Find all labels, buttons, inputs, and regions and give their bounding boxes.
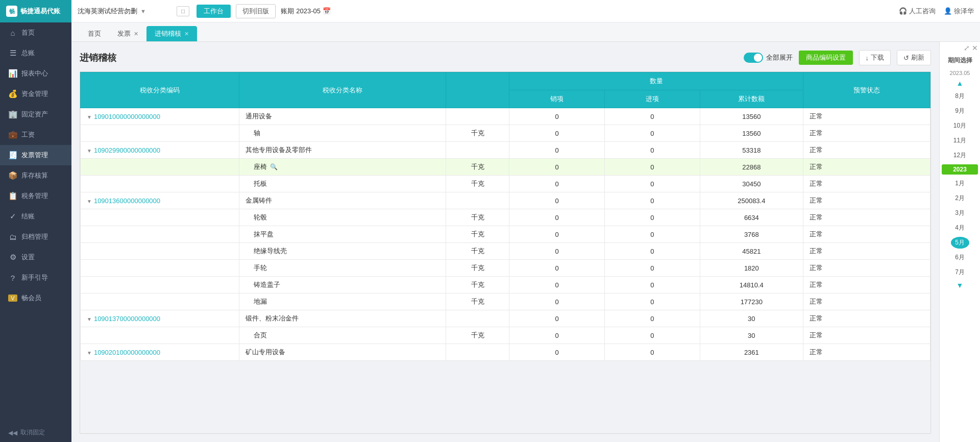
download-button[interactable]: ↓ 下载 xyxy=(859,50,891,65)
sidebar-item-settings[interactable]: ⚙ 设置 xyxy=(0,247,71,267)
panel-label: 期间选择 xyxy=(948,56,972,65)
period-down-arrow[interactable]: ▼ xyxy=(942,281,978,289)
inventory-icon: 📦 xyxy=(8,171,17,180)
sidebar-item-tax[interactable]: 📋 税务管理 xyxy=(0,186,71,206)
cell-status: 正常 xyxy=(803,327,930,344)
sidebar-item-inventory[interactable]: 📦 库存核算 xyxy=(0,165,71,186)
service-button[interactable]: 🎧 人工咨询 xyxy=(899,7,936,16)
cell-purchase: 0 xyxy=(604,344,700,361)
cell-sale: 0 xyxy=(509,243,605,260)
period-item[interactable]: 6月 xyxy=(942,252,978,263)
tab-invoice-close[interactable]: ✕ xyxy=(134,31,138,37)
guide-icon: ? xyxy=(8,274,17,282)
company-selector[interactable]: 沈海英测试经营勿删 ▼ xyxy=(78,7,169,16)
sidebar-item-ledger[interactable]: ☰ 总账 xyxy=(0,43,71,63)
cell-status: 正常 xyxy=(803,108,930,125)
cell-unit: 千克 xyxy=(446,226,509,243)
period-year-prev: 2023.05 xyxy=(942,69,978,77)
period-item[interactable]: 4月 xyxy=(942,222,978,234)
calendar-icon[interactable]: 📅 xyxy=(323,7,331,15)
cell-name: 矿山专用设备 xyxy=(239,344,446,361)
cell-purchase: 0 xyxy=(604,310,700,327)
sidebar-item-archive[interactable]: 🗂 归档管理 xyxy=(0,227,71,247)
toggle-switch[interactable] xyxy=(744,53,763,63)
archive-icon: 🗂 xyxy=(8,233,17,241)
period-item[interactable]: 2月 xyxy=(942,192,978,204)
period-list: 2023.05▲8月9月10月11月12月20231月2月3月4月5月6月7月▼ xyxy=(940,69,980,290)
table-row: ▼109029900000000000 其他专用设备及零部件 0 0 53318… xyxy=(81,142,930,159)
expand-icon[interactable]: ▼ xyxy=(87,199,92,204)
workbench-button[interactable]: 工作台 xyxy=(197,5,231,18)
period-item[interactable]: 9月 xyxy=(942,105,978,117)
tab-home[interactable]: 首页 xyxy=(80,26,109,41)
sidebar-item-assets[interactable]: 🏢 固定资产 xyxy=(0,104,71,125)
tab-reconcile-close[interactable]: ✕ xyxy=(184,31,189,37)
sidebar-item-guide[interactable]: ? 新手引导 xyxy=(0,267,71,288)
period-item[interactable]: 10月 xyxy=(942,120,978,132)
sidebar-label-settlement: 结账 xyxy=(21,212,35,221)
sidebar-item-member[interactable]: V 畅会员 xyxy=(0,288,71,308)
period-item[interactable]: 1月 xyxy=(942,178,978,189)
search-icon[interactable]: 🔍 xyxy=(270,163,278,170)
table-row: ▼109010000000000000 通用设备 0 0 13560 正常 xyxy=(81,108,930,125)
close-panel-button[interactable]: ✕ xyxy=(972,44,978,52)
period-up-arrow[interactable]: ▲ xyxy=(942,79,978,87)
period-item[interactable]: 3月 xyxy=(942,207,978,219)
save-button[interactable]: □ xyxy=(175,5,191,17)
table-row: 轴 千克 0 0 13560 正常 xyxy=(81,125,930,142)
cell-name: 地漏 xyxy=(239,293,446,310)
sidebar-item-settlement[interactable]: ✓ 结账 xyxy=(0,206,71,227)
expand-icon[interactable]: ▼ xyxy=(87,316,92,322)
sidebar-label-assets: 固定资产 xyxy=(21,110,48,119)
sidebar-pin-toggle[interactable]: ◀◀ 取消固定 xyxy=(0,423,71,442)
sidebar-label-archive: 归档管理 xyxy=(21,232,48,241)
assets-icon: 🏢 xyxy=(8,110,17,119)
sidebar-item-funds[interactable]: 💰 资金管理 xyxy=(0,84,71,104)
download-label: 下载 xyxy=(871,53,884,62)
cell-unit: 千克 xyxy=(446,125,509,142)
period-selector[interactable]: 账期 2023-05 📅 xyxy=(281,7,331,16)
cell-purchase: 0 xyxy=(604,327,700,344)
expand-icon[interactable]: ▼ xyxy=(87,350,92,356)
sidebar-label-settings: 设置 xyxy=(21,253,35,262)
refresh-button[interactable]: ↺ 刷新 xyxy=(897,50,931,65)
cell-sale: 0 xyxy=(509,108,605,125)
sidebar-item-home[interactable]: ⌂ 首页 xyxy=(0,22,71,43)
cell-name: 座椅🔍 xyxy=(239,159,446,176)
period-item[interactable]: 7月 xyxy=(942,266,978,278)
period-item[interactable]: 8月 xyxy=(942,90,978,102)
sidebar-item-payroll[interactable]: 💼 工资 xyxy=(0,125,71,145)
cell-purchase: 0 xyxy=(604,125,700,142)
cell-name: 轮毂 xyxy=(239,209,446,226)
headset-icon: 🎧 xyxy=(899,7,907,15)
cell-purchase: 0 xyxy=(604,260,700,277)
reports-icon: 📊 xyxy=(8,69,17,78)
sidebar-item-reports[interactable]: 📊 报表中心 xyxy=(0,63,71,84)
table-row: 地漏 千克 0 0 177230 正常 xyxy=(81,293,930,310)
cell-purchase: 0 xyxy=(604,159,700,176)
cell-sale: 0 xyxy=(509,142,605,159)
ledger-icon: ☰ xyxy=(8,48,17,58)
product-code-button[interactable]: 商品编码设置 xyxy=(799,51,853,65)
expand-toggle[interactable]: 全部展开 xyxy=(744,53,793,63)
sidebar-item-invoice[interactable]: 🧾 发票管理 xyxy=(0,145,71,165)
expand-icon[interactable]: ▼ xyxy=(87,148,92,154)
expand-panel-button[interactable]: ⤢ xyxy=(964,44,970,52)
expand-icon[interactable]: ▼ xyxy=(87,114,92,120)
user-menu[interactable]: 👤 徐泽华 xyxy=(944,7,974,16)
period-item[interactable]: 5月 xyxy=(951,237,969,249)
period-item[interactable]: 11月 xyxy=(942,135,978,146)
cell-unit: 千克 xyxy=(446,176,509,192)
switch-version-button[interactable]: 切到旧版 xyxy=(236,4,276,18)
cell-sale: 0 xyxy=(509,293,605,310)
cell-status: 正常 xyxy=(803,125,930,142)
period-item[interactable]: 2023 xyxy=(942,164,978,175)
tab-reconcile[interactable]: 进销稽核 ✕ xyxy=(146,26,197,41)
cell-name: 合页 xyxy=(239,327,446,344)
cell-status: 正常 xyxy=(803,293,930,310)
cell-purchase: 0 xyxy=(604,293,700,310)
toggle-label: 全部展开 xyxy=(766,53,793,62)
tab-invoice[interactable]: 发票 ✕ xyxy=(109,26,146,41)
period-item[interactable]: 12月 xyxy=(942,150,978,161)
company-dropdown-icon[interactable]: ▼ xyxy=(140,8,146,14)
